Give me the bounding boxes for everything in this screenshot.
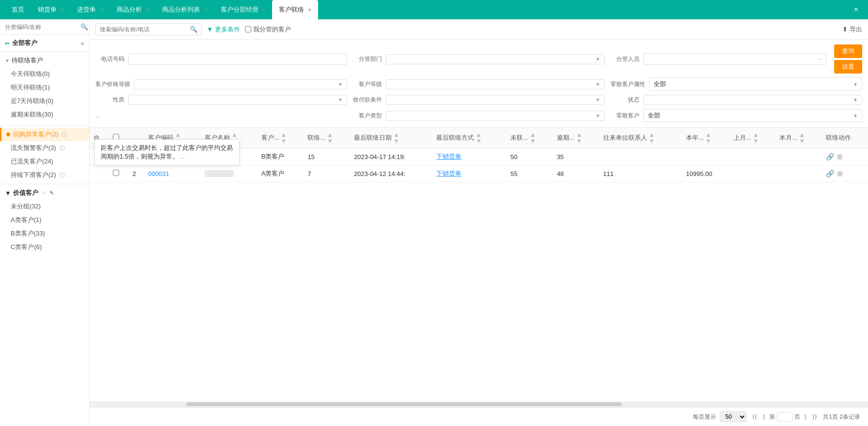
- last-date-sort-icon[interactable]: ▲▼: [393, 132, 399, 144]
- row2-code[interactable]: 000031: [144, 165, 201, 182]
- manager-dots-icon: ···: [817, 56, 822, 62]
- export-button[interactable]: ⬆ 导出: [842, 25, 862, 34]
- row2-check[interactable]: [113, 170, 119, 176]
- filter-dept-select[interactable]: ▼: [386, 54, 605, 64]
- row1-this-month: [776, 148, 822, 165]
- last-method-sort-icon[interactable]: ▲▼: [475, 132, 482, 144]
- sidebar-search-icon[interactable]: 🔍: [80, 23, 88, 30]
- col-last-month[interactable]: 上月... ▲▼: [730, 128, 776, 148]
- row2-name[interactable]: [201, 165, 258, 182]
- col-type[interactable]: 客户... ▲▼: [258, 128, 304, 148]
- settings-button[interactable]: 设置: [834, 60, 862, 73]
- sidebar-item-ungrouped[interactable]: 未分组(32): [0, 200, 89, 213]
- filter-manager-select[interactable]: ···: [643, 53, 826, 65]
- type-sort-icon[interactable]: ▲▼: [281, 132, 287, 144]
- sidebar-item-a-class[interactable]: A类客户(1): [0, 213, 89, 227]
- query-settings-col: 查询 设置: [834, 44, 862, 73]
- tooltip-more-link[interactable]: ...: [180, 154, 184, 160]
- filter-retail-attr-select[interactable]: 全部 ▼: [649, 77, 862, 91]
- filter-retail-customer-select[interactable]: 全部 ▼: [643, 109, 862, 122]
- nav-product-analysis-list[interactable]: 商品分析列表 ×: [155, 0, 213, 19]
- nav-sales-close[interactable]: ×: [61, 7, 63, 13]
- sidebar-search-input[interactable]: [5, 24, 77, 30]
- scrollbar-thumb[interactable]: [186, 402, 622, 406]
- nav-home[interactable]: 首页: [5, 0, 31, 19]
- col-contact[interactable]: 联络... ▲▼: [304, 128, 350, 148]
- filter-phone-input[interactable]: [128, 53, 347, 65]
- overdue-sort-icon[interactable]: ▲▼: [576, 132, 582, 144]
- sidebar-item-7days[interactable]: 近7天待联络(0): [0, 94, 89, 108]
- row1-last-month: [730, 148, 776, 165]
- col-last-method[interactable]: 最后联络方式 ▲▼: [432, 128, 506, 148]
- col-this-month[interactable]: 本月... ▲▼: [776, 128, 822, 148]
- sidebar-item-b-class[interactable]: B类客户(33): [0, 227, 89, 240]
- per-page-select[interactable]: 50 100 200: [720, 411, 746, 422]
- filter-price-level-select[interactable]: ▼: [134, 79, 347, 89]
- nav-purchase-close[interactable]: ×: [100, 7, 103, 13]
- nav-customer-tier-close[interactable]: ×: [262, 7, 265, 13]
- sidebar-item-declining[interactable]: 持续下滑客户(2) ⓘ: [0, 168, 89, 182]
- nav-sales[interactable]: 销货单 ×: [31, 0, 70, 19]
- page-input[interactable]: 1: [777, 412, 792, 422]
- this-month-sort-icon[interactable]: ▲▼: [799, 132, 805, 144]
- horizontal-scrollbar[interactable]: [90, 401, 868, 407]
- my-customer-check[interactable]: [245, 26, 251, 32]
- this-year-sort-icon[interactable]: ▲▼: [705, 132, 712, 144]
- sidebar-item-lost-customers[interactable]: 已流失客户(24): [0, 155, 89, 168]
- window-close-button[interactable]: ×: [849, 5, 863, 14]
- pending-group-title[interactable]: ▼ 待联络客户: [0, 54, 89, 67]
- sidebar-item-tomorrow[interactable]: 明天待联络(1): [0, 81, 89, 94]
- col-unit-contacts[interactable]: 往来单位联系人 ▲▼: [599, 128, 682, 148]
- row2-checkbox[interactable]: [109, 165, 128, 182]
- unit-contacts-sort-icon[interactable]: ▲▼: [649, 132, 655, 144]
- filter-status-select[interactable]: ▼: [643, 95, 862, 105]
- nav-product-analysis-close[interactable]: ×: [146, 7, 149, 13]
- query-button[interactable]: 查询: [834, 44, 862, 58]
- filter-customer-level-select[interactable]: ▼: [386, 79, 605, 89]
- row2-link-icon[interactable]: 🔗: [826, 170, 834, 177]
- filter-nature-select[interactable]: ▼: [128, 95, 347, 105]
- search-input[interactable]: [100, 26, 187, 33]
- row2-last-method[interactable]: 下销货单: [432, 165, 506, 182]
- sidebar-item-c-class[interactable]: C类客户(6): [0, 240, 89, 254]
- sidebar-all-customers[interactable]: ▪▪ 全部客户 «: [0, 35, 89, 52]
- filter-customer-type-select[interactable]: ▼: [386, 111, 605, 121]
- sidebar-collapse-button[interactable]: «: [81, 40, 84, 47]
- row1-last-method[interactable]: 下销货单: [432, 148, 506, 165]
- col-this-year[interactable]: 本年... ▲▼: [682, 128, 730, 148]
- sidebar-item-repurchase-anomaly[interactable]: 回购异常客户(2) ⓘ: [0, 128, 89, 141]
- contact-sort-icon[interactable]: ▲▼: [327, 132, 333, 144]
- nav-product-analysis[interactable]: 商品分析 ×: [110, 0, 155, 19]
- sidebar-item-loss-warning[interactable]: 流失预警客户(3) ⓘ: [0, 141, 89, 155]
- value-group-edit2-icon[interactable]: ✎: [49, 190, 54, 196]
- uncontacted-sort-icon[interactable]: ▲▼: [530, 132, 536, 144]
- value-arrow-icon: ▼: [5, 190, 11, 197]
- col-overdue[interactable]: 逾期... ▲▼: [553, 128, 599, 148]
- nav-purchase[interactable]: 进货单 ×: [70, 0, 109, 19]
- more-filter-button[interactable]: ▼ 更多条件: [207, 25, 240, 34]
- value-group-title[interactable]: ▼ 价值客户 ○ ✎: [0, 186, 89, 200]
- filter-more-button[interactable]: ...: [95, 112, 100, 119]
- first-page-button[interactable]: ⟨⟨: [750, 412, 759, 421]
- row1-grid-icon[interactable]: ⊞: [837, 153, 843, 161]
- last-month-sort-icon[interactable]: ▲▼: [753, 132, 759, 144]
- nav-customer-contact[interactable]: 客户联络 ×: [272, 0, 318, 19]
- nav-product-list-close[interactable]: ×: [204, 7, 207, 13]
- search-icon[interactable]: 🔍: [190, 26, 198, 33]
- row1-link-icon[interactable]: 🔗: [826, 153, 834, 161]
- value-group-edit-icon[interactable]: ○: [42, 190, 46, 196]
- next-page-button[interactable]: ⟩: [802, 412, 808, 421]
- filter-payment-select[interactable]: ▼: [386, 95, 605, 105]
- row2-grid-icon[interactable]: ⊞: [837, 170, 843, 177]
- nav-customer-contact-close[interactable]: ×: [308, 7, 311, 13]
- sidebar-item-today[interactable]: 今天待联络(0): [0, 67, 89, 81]
- col-uncontacted[interactable]: 未联... ▲▼: [506, 128, 553, 148]
- col-last-date[interactable]: 最后联络日期 ▲▼: [350, 128, 432, 148]
- prev-page-button[interactable]: ⟨: [761, 412, 767, 421]
- table-wrapper: ⚙ 客户编码 ▲▼: [90, 128, 868, 426]
- my-customer-checkbox[interactable]: 我分管的客户: [245, 25, 291, 34]
- nav-customer-tier[interactable]: 客户分层经营 ×: [214, 0, 272, 19]
- last-page-button[interactable]: ⟩⟩: [810, 412, 819, 421]
- filter-phone-label: 电话号码: [95, 55, 124, 63]
- sidebar-item-overdue[interactable]: 逾期未联络(30): [0, 108, 89, 121]
